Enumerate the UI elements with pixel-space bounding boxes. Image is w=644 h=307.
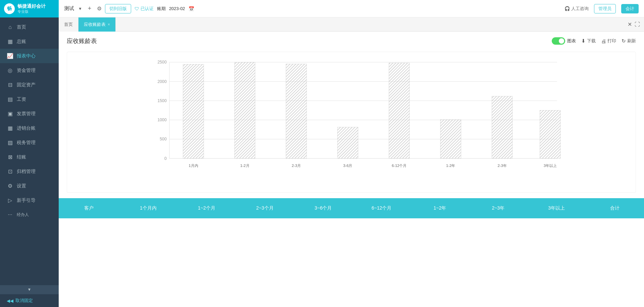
settings-btn[interactable]: ⚙ [97,5,102,12]
bar-1month [183,64,204,158]
page-title: 应收账龄表 [67,37,97,45]
close-window-btn[interactable]: ✕ [628,21,632,28]
svg-text:3年以上: 3年以上 [544,164,557,168]
download-btn[interactable]: ⬇ 下载 [581,38,596,44]
settings-icon: ⚙ [7,183,13,189]
sidebar-item-label: 新手引导 [17,198,36,204]
svg-text:500: 500 [160,137,167,141]
col-header-3-6month: 3~6个月 [294,205,353,211]
sidebar-item-label: 结账 [17,154,26,160]
chart-container: 0 500 1000 1500 2000 2500 [67,52,636,193]
sidebar-item-tax[interactable]: ▨ 税务管理 [0,135,59,150]
sidebar-item-trade[interactable]: ▦ 进销台账 [0,121,59,135]
sidebar-logo: 畅 畅捷通好会计 专业版 [0,0,59,17]
sidebar-item-home[interactable]: ⌂ 首页 [0,20,59,34]
sidebar-item-label: 资金管理 [17,68,36,74]
sidebar-item-label: 总账 [17,39,26,45]
shield-icon: 🛡 [135,6,139,11]
guide-icon: ▷ [7,197,13,204]
sidebar-item-more[interactable]: ··· 经办人 [0,208,59,222]
print-label: 打印 [607,38,616,44]
trade-icon: ▦ [7,125,13,131]
tab-close-btn[interactable]: × [108,22,110,27]
sidebar-item-label: 经办人 [17,212,29,218]
switch-version-btn[interactable]: 切到旧版 [105,4,131,13]
pin-label: 取消固定 [15,298,33,304]
service-btn[interactable]: 🎧 人工咨询 [565,6,589,12]
top-header: 测试 ▼ + ⚙ 切到旧版 🛡 已认证 账期 2023-02 📅 🎧 人工咨询 … [59,0,644,17]
tab-receivable-aging[interactable]: 应收账龄表 × [78,17,116,32]
funds-icon: ◎ [7,67,13,74]
sidebar-item-assets[interactable]: ⊟ 固定资产 [0,78,59,92]
sidebar-item-label: 税务管理 [17,140,36,146]
sidebar-item-funds[interactable]: ◎ 资金管理 [0,63,59,78]
add-workspace-btn[interactable]: + [86,5,94,13]
col-header-1month: 1个月内 [119,205,177,211]
svg-text:1-2月: 1-2月 [240,164,249,168]
tabs-right-actions: ✕ ⛶ [628,21,644,28]
svg-text:1500: 1500 [157,98,166,103]
fullscreen-btn[interactable]: ⛶ [635,21,640,28]
invoice-icon: ▣ [7,111,13,117]
sidebar-item-invoice[interactable]: ▣ 发票管理 [0,106,59,121]
col-header-total: 合计 [586,205,644,211]
tax-icon: ▨ [7,139,13,146]
sidebar-item-settings[interactable]: ⚙ 设置 [0,179,59,193]
more-icon: ··· [7,212,13,218]
bar-6-12month [389,63,410,158]
workspace-title: 测试 [64,5,74,12]
manager-btn[interactable]: 管理员 [594,4,616,13]
sidebar-pin-btn[interactable]: ◀◀ 取消固定 [0,294,59,307]
svg-text:2-3月: 2-3月 [292,164,301,168]
sidebar-item-guide[interactable]: ▷ 新手引导 [0,193,59,208]
sidebar-item-close-account[interactable]: ⊠ 结账 [0,150,59,164]
sidebar-item-salary[interactable]: ▤ 工资 [0,92,59,106]
tab-home[interactable]: 首页 [59,17,78,32]
tab-active-label: 应收账龄表 [84,21,106,28]
bar-2-3month [286,64,307,158]
svg-text:1-2年: 1-2年 [446,164,455,168]
page-header: 应收账龄表 图表 ⬇ 下载 🖨 打印 ↻ [59,32,644,49]
tab-home-label: 首页 [64,21,73,28]
sidebar-item-label: 设置 [17,183,26,189]
svg-text:2-3年: 2-3年 [497,164,506,168]
app-name: 畅捷通好会计 [17,3,46,9]
sidebar-item-label: 首页 [17,24,26,30]
download-label: 下载 [587,38,596,44]
chart-toggle-switch[interactable] [552,37,565,45]
download-icon: ⬇ [581,38,586,44]
sidebar: 畅 畅捷通好会计 专业版 ⌂ 首页 ▦ 总账 📈 报表中心 ◎ 资金管理 ⊟ 固… [0,0,59,307]
accountant-btn[interactable]: 会计 [621,4,639,13]
header-right: 🎧 人工咨询 管理员 会计 [565,4,639,13]
svg-text:6-12个月: 6-12个月 [392,164,407,168]
svg-text:2500: 2500 [157,60,166,64]
sidebar-menu: ⌂ 首页 ▦ 总账 📈 报表中心 ◎ 资金管理 ⊟ 固定资产 ▤ 工资 ▣ 发票… [0,17,59,285]
col-header-6-12month: 6~12个月 [353,205,411,211]
refresh-btn[interactable]: ↻ 刷新 [622,38,636,44]
pin-icon: ◀◀ [7,298,13,303]
col-header-2-3month: 2~3个月 [236,205,294,211]
close-account-icon: ⊠ [7,154,13,160]
chart-toggle-group: 图表 [552,37,576,45]
sidebar-item-reports[interactable]: 📈 报表中心 [0,49,59,63]
calendar-icon[interactable]: 📅 [189,6,194,11]
sidebar-item-label: 归档管理 [17,169,36,175]
col-header-3plus-year: 3年以上 [527,205,586,211]
chart-toggle-label: 图表 [567,38,576,44]
sidebar-item-label: 发票管理 [17,111,36,117]
print-btn[interactable]: 🖨 打印 [601,38,616,44]
tabs-bar: 首页 应收账龄表 × ✕ ⛶ [59,17,644,32]
sidebar-scroll-down[interactable]: ▼ [0,285,59,294]
svg-text:1000: 1000 [157,118,166,122]
home-icon: ⌂ [7,24,13,30]
logo-text-block: 畅捷通好会计 专业版 [17,3,46,14]
col-header-1-2month: 1~2个月 [177,205,236,211]
sidebar-item-archive[interactable]: ⊡ 归档管理 [0,164,59,179]
svg-text:1月内: 1月内 [189,164,198,168]
refresh-label: 刷新 [627,38,636,44]
col-header-1-2year: 1~2年 [411,205,469,211]
table-header: 客户 1个月内 1~2个月 2~3个月 3~6个月 6~12个月 1~2年 2~… [59,198,644,218]
sidebar-item-ledger[interactable]: ▦ 总账 [0,34,59,49]
workspace-dropdown[interactable]: ▼ [78,6,82,11]
assets-icon: ⊟ [7,82,13,88]
